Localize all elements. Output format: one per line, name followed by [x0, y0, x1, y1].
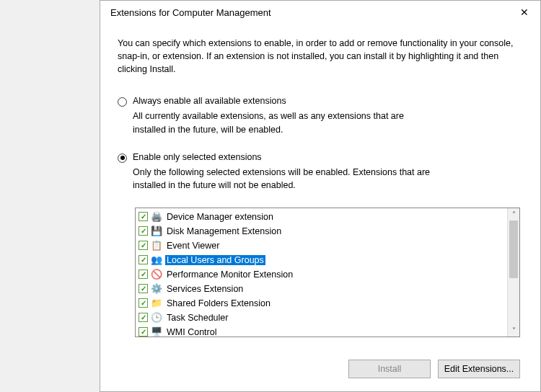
- item-icon: 👥: [151, 254, 162, 266]
- item-icon: 🖨️: [151, 211, 162, 223]
- scrollbar[interactable]: ˄ ˅: [507, 208, 519, 337]
- intro-text: You can specify which extensions to enab…: [118, 37, 523, 76]
- list-item[interactable]: 🖥️WMI Control: [136, 325, 507, 337]
- item-icon: 🚫: [151, 269, 162, 280]
- item-checkbox[interactable]: [138, 226, 148, 236]
- list-item[interactable]: 👥Local Users and Groups: [136, 253, 507, 267]
- install-button[interactable]: Install: [348, 360, 431, 378]
- item-icon: 💾: [151, 226, 162, 237]
- scroll-track[interactable]: [508, 220, 519, 324]
- option-selected-label: Enable only selected extensions: [133, 152, 262, 162]
- item-label: Device Manager extension: [165, 212, 275, 222]
- item-icon: ⚙️: [151, 283, 162, 295]
- scroll-up-icon[interactable]: ˄: [508, 208, 519, 220]
- list-items[interactable]: 🖨️Device Manager extension💾Disk Manageme…: [136, 208, 507, 337]
- close-icon[interactable]: ✕: [509, 1, 540, 23]
- extensions-listbox: 🖨️Device Manager extension💾Disk Manageme…: [135, 208, 520, 337]
- item-checkbox[interactable]: [138, 284, 148, 293]
- item-label: Services Extension: [165, 284, 245, 294]
- extensions-dialog: Extensions for Computer Management ✕ You…: [100, 0, 541, 392]
- item-label: WMI Control: [165, 327, 218, 337]
- item-icon: 🕒: [151, 312, 162, 324]
- radio-selected[interactable]: [118, 153, 127, 163]
- scroll-thumb[interactable]: [509, 220, 518, 278]
- item-label: Task Scheduler: [165, 313, 229, 323]
- item-label: Local Users and Groups: [165, 255, 265, 265]
- list-item[interactable]: 📋Event Viewer: [136, 239, 507, 253]
- listbox-frame: 🖨️Device Manager extension💾Disk Manageme…: [135, 208, 520, 337]
- item-icon: 🖥️: [151, 326, 162, 337]
- list-item[interactable]: 🚫Performance Monitor Extension: [136, 267, 507, 282]
- edit-extensions-button[interactable]: Edit Extensions...: [438, 360, 520, 378]
- option-all-desc: All currently available extensions, as w…: [133, 110, 436, 135]
- list-item[interactable]: ⚙️Services Extension: [136, 282, 507, 296]
- item-checkbox[interactable]: [138, 241, 148, 250]
- dialog-content: You can specify which extensions to enab…: [100, 24, 540, 349]
- list-item[interactable]: 💾Disk Management Extension: [136, 224, 507, 239]
- dialog-title: Extensions for Computer Management: [110, 7, 271, 18]
- item-label: Disk Management Extension: [165, 226, 283, 236]
- option-selected-desc: Only the following selected extensions w…: [133, 166, 436, 192]
- list-item[interactable]: 🖨️Device Manager extension: [136, 210, 507, 224]
- button-row: Install Edit Extensions...: [100, 349, 540, 391]
- titlebar: Extensions for Computer Management ✕: [100, 1, 540, 24]
- option-all-label: Always enable all available extensions: [133, 96, 286, 106]
- item-label: Shared Folders Extension: [165, 298, 272, 308]
- list-item[interactable]: 🕒Task Scheduler: [136, 311, 507, 325]
- option-selected-row[interactable]: Enable only selected extensions: [118, 152, 523, 163]
- item-checkbox[interactable]: [138, 313, 148, 322]
- item-checkbox[interactable]: [138, 327, 148, 337]
- item-checkbox[interactable]: [138, 212, 148, 221]
- item-icon: 📋: [151, 240, 162, 251]
- item-checkbox[interactable]: [138, 298, 148, 308]
- radio-all[interactable]: [118, 97, 127, 107]
- item-icon: 📁: [151, 298, 162, 309]
- item-checkbox[interactable]: [138, 255, 148, 264]
- list-item[interactable]: 📁Shared Folders Extension: [136, 296, 507, 311]
- item-checkbox[interactable]: [138, 270, 148, 279]
- option-all-row[interactable]: Always enable all available extensions: [118, 96, 523, 107]
- item-label: Performance Monitor Extension: [165, 270, 294, 280]
- item-label: Event Viewer: [165, 241, 221, 251]
- scroll-down-icon[interactable]: ˅: [508, 324, 519, 337]
